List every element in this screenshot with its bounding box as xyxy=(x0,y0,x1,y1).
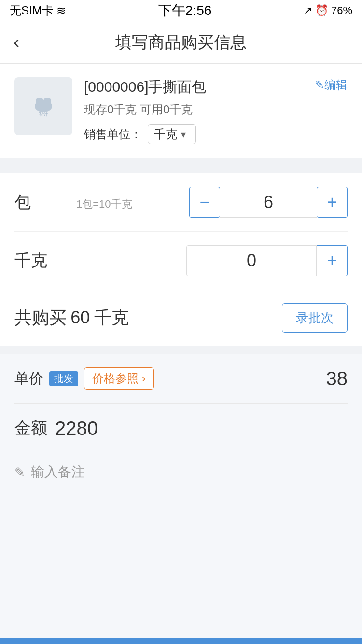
pack-label-wrap: 包 1包=10千克 xyxy=(14,191,132,213)
summary-section: 共购买 60 千克 录批次 xyxy=(0,290,362,346)
product-info: [0000006]手撕面包 ✎编辑 现存0千克 可用0千克 销售单位： 千克 ▾ xyxy=(84,77,348,144)
pack-input-section: 包 1包=10千克 − + 千克 + xyxy=(0,173,362,290)
pack-stepper: − + xyxy=(189,187,348,218)
back-button[interactable]: ‹ xyxy=(14,32,19,53)
price-row: 单价 批发 价格参照 › 38 xyxy=(14,367,348,404)
status-left: 无SIM卡 ≋ xyxy=(10,3,66,18)
product-name-row: [0000006]手撕面包 ✎编辑 xyxy=(84,77,348,97)
main-content-area xyxy=(0,493,362,638)
price-ref-button[interactable]: 价格参照 › xyxy=(84,367,154,390)
product-unit-row: 销售单位： 千克 ▾ xyxy=(84,124,348,144)
product-name: [0000006]手撕面包 xyxy=(84,77,206,97)
price-value: 38 xyxy=(326,368,348,390)
kg-input[interactable] xyxy=(186,245,317,276)
kg-row: 千克 + xyxy=(14,232,348,290)
product-stock: 现存0千克 可用0千克 xyxy=(84,102,348,117)
pack-increment-button[interactable]: + xyxy=(317,187,348,218)
price-section: 单价 批发 价格参照 › 38 xyxy=(0,354,362,404)
product-thumbnail-icon: 智计 xyxy=(29,92,58,121)
pack-decrement-button[interactable]: − xyxy=(189,187,220,218)
product-image: 智计 xyxy=(14,77,72,135)
amount-value: 2280 xyxy=(55,418,98,439)
price-tag: 批发 xyxy=(49,371,78,386)
summary-text: 共购买 60 千克 xyxy=(14,306,129,330)
summary-unit: 千克 xyxy=(94,308,129,327)
pencil-icon: ✎ xyxy=(14,465,25,480)
status-right: ↗ ⏰ 76% xyxy=(304,4,352,17)
svg-point-2 xyxy=(35,100,52,112)
unit-selector[interactable]: 千克 ▾ xyxy=(148,124,196,144)
summary-amount: 60 xyxy=(70,308,90,327)
remark-row[interactable]: ✎ 输入备注 xyxy=(14,451,348,493)
section-divider-1 xyxy=(0,166,362,173)
pack-label: 包 xyxy=(14,191,72,213)
page-title: 填写商品购买信息 xyxy=(115,31,247,54)
confirm-button[interactable]: 确定 xyxy=(0,638,362,644)
kg-label-wrap: 千克 xyxy=(14,250,72,272)
amount-row: 金额 2280 xyxy=(14,417,348,451)
kg-label: 千克 xyxy=(14,250,72,272)
unit-dropdown-icon: ▾ xyxy=(181,128,186,140)
amount-section: 金额 2280 ✎ 输入备注 xyxy=(0,404,362,493)
amount-label: 金额 xyxy=(14,417,47,439)
pack-hint: 1包=10千克 xyxy=(76,197,132,211)
batch-button[interactable]: 录批次 xyxy=(282,303,348,333)
product-card: 智计 [0000006]手撕面包 ✎编辑 现存0千克 可用0千克 销售单位： 千… xyxy=(0,64,362,158)
remark-placeholder: 输入备注 xyxy=(31,463,85,481)
unit-value: 千克 xyxy=(154,126,177,142)
price-label: 单价 xyxy=(14,369,43,389)
pack-row: 包 1包=10千克 − + xyxy=(14,173,348,232)
pack-input[interactable] xyxy=(220,187,317,218)
price-label-wrap: 单价 批发 价格参照 › xyxy=(14,367,154,390)
summary-prefix: 共购买 xyxy=(14,308,67,327)
status-bar: 无SIM卡 ≋ 下午2:56 ↗ ⏰ 76% xyxy=(0,0,362,21)
kg-stepper: + xyxy=(186,245,348,276)
unit-label: 销售单位： xyxy=(84,126,142,142)
nav-bar: ‹ 填写商品购买信息 xyxy=(0,21,362,64)
status-time: 下午2:56 xyxy=(158,1,212,20)
kg-increment-button[interactable]: + xyxy=(317,245,348,276)
svg-text:智计: 智计 xyxy=(39,112,48,117)
edit-button[interactable]: ✎编辑 xyxy=(315,77,348,93)
